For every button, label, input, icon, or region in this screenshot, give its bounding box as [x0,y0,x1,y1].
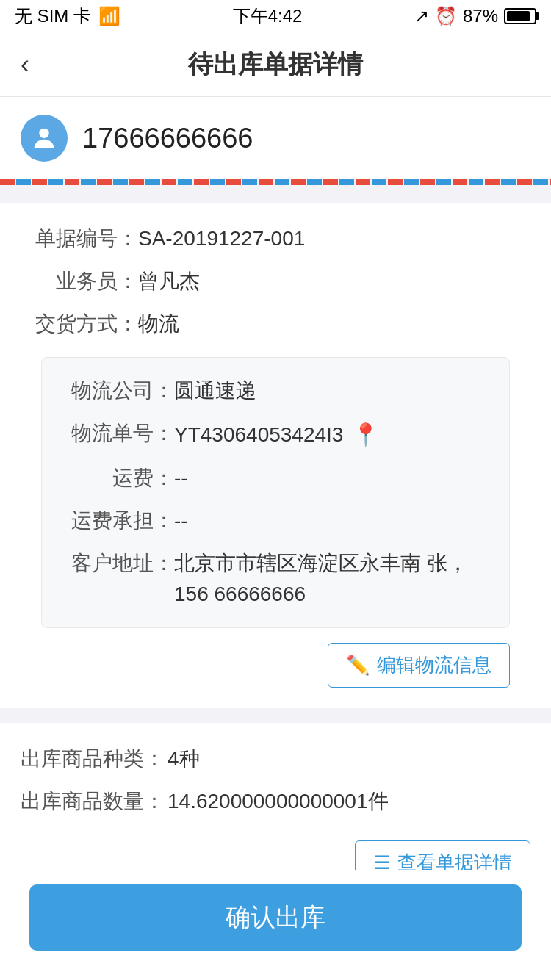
address-label: 客户地址： [57,548,174,579]
document-number-label: 单据编号： [21,223,138,254]
logistics-section: 物流公司： 圆通速递 物流单号： YT43064053424I3 📍 运费： -… [41,357,510,628]
dashed-divider [0,179,551,185]
staff-label: 业务员： [21,266,138,297]
freight-bear-row: 运费承担： -- [57,505,494,536]
status-left: 无 SIM 卡 📶 [15,4,120,28]
logistics-company-row: 物流公司： 圆通速递 [57,375,494,406]
logistics-company-value: 圆通速递 [174,375,494,406]
logistics-tracking-row: 物流单号： YT43064053424I3 📍 [57,418,494,451]
svg-point-0 [39,129,48,138]
edit-icon: ✏️ [346,654,370,677]
logistics-tracking-label: 物流单号： [57,418,174,449]
edit-logistics-button[interactable]: ✏️ 编辑物流信息 [328,643,510,688]
customer-phone: 17666666666 [82,123,253,154]
goods-quantity-value: 14.620000000000001件 [168,786,389,817]
freight-value: -- [174,463,494,494]
goods-types-row: 出库商品种类： 4种 [21,743,530,774]
bottom-area: 确认出库 [0,870,551,980]
confirm-outbound-button[interactable]: 确认出库 [29,884,522,951]
document-number-value: SA-20191227-001 [138,223,530,254]
nav-bar: ‹ 待出库单据详情 [0,32,551,97]
battery-percent: 87% [463,6,498,26]
goods-quantity-label: 出库商品数量： [21,786,168,817]
battery-icon [504,8,536,24]
delivery-row: 交货方式： 物流 [21,309,530,339]
freight-bear-value: -- [174,505,494,536]
user-icon [29,123,59,153]
address-row: 客户地址： 北京市市辖区海淀区永丰南 张，156 66666666 [57,548,494,610]
logistics-company-label: 物流公司： [57,375,174,406]
avatar [21,115,68,162]
freight-label: 运费： [57,463,174,494]
location-status-icon: ↗ [414,6,429,26]
goods-types-label: 出库商品种类： [21,743,168,774]
goods-quantity-row: 出库商品数量： 14.620000000000001件 [21,786,530,817]
section-divider [0,708,551,723]
logistics-tracking-value: YT43064053424I3 📍 [174,418,494,451]
page-title: 待出库单据详情 [188,48,363,82]
status-time: 下午4:42 [233,4,303,28]
carrier-label: 无 SIM 卡 [15,4,91,28]
wifi-icon: 📶 [98,6,120,26]
freight-row: 运费： -- [57,463,494,494]
staff-value: 曾凡杰 [138,266,530,297]
goods-types-value: 4种 [168,743,200,774]
document-number-row: 单据编号： SA-20191227-001 [21,223,530,254]
delivery-value: 物流 [138,309,530,339]
alarm-icon: ⏰ [435,6,457,26]
customer-section: 17666666666 [0,97,551,179]
freight-bear-label: 运费承担： [57,505,174,536]
edit-logistics-btn-wrap: ✏️ 编辑物流信息 [21,628,530,688]
map-pin-icon[interactable]: 📍 [352,418,379,451]
status-right: ↗ ⏰ 87% [414,6,536,26]
back-button[interactable]: ‹ [21,49,29,80]
staff-row: 业务员： 曾凡杰 [21,266,530,297]
status-bar: 无 SIM 卡 📶 下午4:42 ↗ ⏰ 87% [0,0,551,32]
address-value: 北京市市辖区海淀区永丰南 张，156 66666666 [174,548,494,610]
delivery-label: 交货方式： [21,309,138,339]
document-info-section: 单据编号： SA-20191227-001 业务员： 曾凡杰 交货方式： 物流 … [0,203,551,708]
